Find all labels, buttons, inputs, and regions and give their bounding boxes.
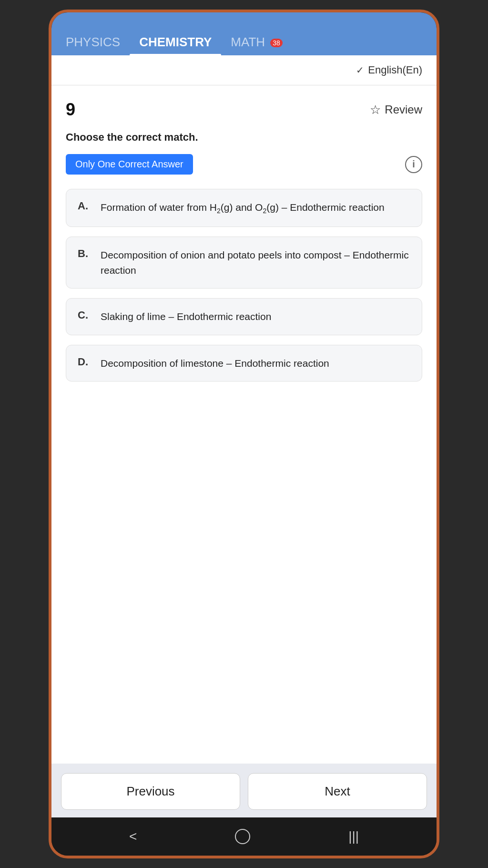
bottom-nav: Previous Next (51, 764, 437, 817)
tab-math[interactable]: MATH 38 (221, 30, 292, 55)
info-button[interactable]: i (405, 156, 422, 173)
language-selector[interactable]: ✓ English(En) (356, 64, 422, 76)
review-label: Review (385, 103, 422, 116)
answer-type-badge: Only One Correct Answer (66, 154, 193, 175)
language-label: English(En) (368, 64, 422, 76)
next-button[interactable]: Next (248, 773, 427, 810)
option-c-text: Slaking of lime – Endothermic reaction (101, 309, 271, 324)
back-button[interactable]: < (129, 829, 137, 844)
option-c[interactable]: C. Slaking of lime – Endothermic reactio… (66, 298, 422, 335)
checkmark-icon: ✓ (356, 64, 364, 76)
review-button[interactable]: ☆ Review (370, 103, 422, 117)
option-b-text: Decomposition of onion and potato peels … (101, 248, 410, 278)
tab-bar: PHYSICS CHEMISTRY MATH 38 (51, 12, 437, 55)
tab-physics[interactable]: PHYSICS (56, 30, 130, 55)
option-d-label: D. (78, 356, 92, 368)
option-a-label: A. (78, 200, 92, 212)
option-a[interactable]: A. Formation of water from H2(g) and O2(… (66, 189, 422, 227)
info-label: i (412, 159, 415, 170)
android-nav-bar: < ||| (51, 817, 437, 856)
options-list: A. Formation of water from H2(g) and O2(… (66, 189, 422, 754)
question-instruction: Choose the correct match. (66, 131, 422, 144)
recents-button[interactable]: ||| (348, 829, 359, 844)
tab-math-badge: 38 (270, 39, 283, 47)
previous-button[interactable]: Previous (61, 773, 240, 810)
answer-type-row: Only One Correct Answer i (66, 154, 422, 175)
question-area: 9 ☆ Review Choose the correct match. Onl… (51, 85, 437, 764)
phone-frame: PHYSICS CHEMISTRY MATH 38 ✓ English(En) … (49, 10, 439, 858)
star-icon: ☆ (370, 103, 381, 117)
home-button[interactable] (235, 829, 250, 844)
language-bar: ✓ English(En) (51, 55, 437, 85)
content-area: ✓ English(En) 9 ☆ Review Choose the corr… (51, 55, 437, 817)
question-header: 9 ☆ Review (66, 100, 422, 120)
option-d[interactable]: D. Decomposition of limestone – Endother… (66, 345, 422, 382)
option-b-label: B. (78, 248, 92, 260)
option-a-text: Formation of water from H2(g) and O2(g) … (101, 200, 385, 216)
tab-chemistry[interactable]: CHEMISTRY (130, 30, 221, 55)
option-b[interactable]: B. Decomposition of onion and potato pee… (66, 237, 422, 289)
question-number: 9 (66, 100, 75, 120)
option-c-label: C. (78, 309, 92, 321)
option-d-text: Decomposition of limestone – Endothermic… (101, 356, 329, 371)
